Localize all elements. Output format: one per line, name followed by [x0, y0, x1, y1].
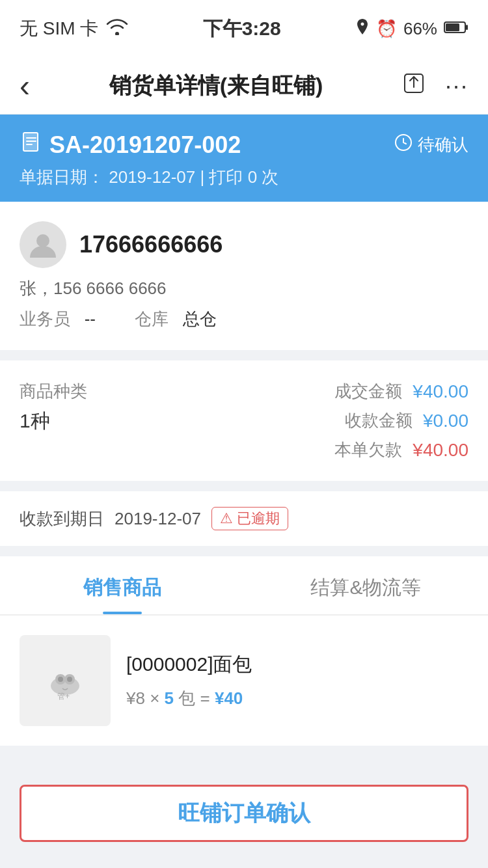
summary-card: 商品种类 1种 成交金额 ¥40.00 收款金额 ¥0.00 本单欠款 ¥40.… [0, 360, 488, 481]
svg-point-6 [36, 234, 49, 247]
page-title: 销货单详情(来自旺铺) [109, 71, 323, 101]
status-left: 无 SIM 卡 [20, 16, 128, 41]
overdue-badge: ⚠ 已逾期 [211, 507, 288, 530]
status-time: 下午3:28 [203, 16, 281, 42]
share-button[interactable] [402, 72, 426, 100]
received-row: 收款金额 ¥0.00 [345, 409, 468, 432]
amounts-section: 成交金额 ¥40.00 收款金额 ¥0.00 本单欠款 ¥40.00 [334, 380, 468, 461]
order-id: SA-20191207-002 [20, 130, 241, 159]
due-date-card: 收款到期日 2019-12-07 ⚠ 已逾期 [0, 491, 488, 546]
customer-meta: 业务员 -- 仓库 总仓 [20, 308, 468, 331]
product-name: [0000002]面包 [126, 651, 468, 678]
order-status: 待确认 [394, 133, 468, 156]
avatar [20, 221, 66, 268]
product-total: ¥40 [215, 688, 243, 708]
battery-text: 66% [403, 19, 437, 39]
due-date-row: 收款到期日 2019-12-07 ⚠ 已逾期 [20, 507, 468, 530]
tabs: 销售商品 结算&物流等 [0, 556, 488, 616]
quantity: 5 [165, 688, 174, 708]
product-type-section: 商品种类 1种 [20, 380, 87, 435]
customer-phone: 17666666666 [79, 231, 223, 258]
alarm-icon: ⏰ [376, 19, 397, 39]
product-image: 管+ [20, 635, 111, 726]
tab-sales[interactable]: 销售商品 [0, 556, 244, 614]
svg-text:管+: 管+ [57, 692, 70, 700]
bottom-area: 旺铺订单确认 [0, 772, 488, 868]
back-button[interactable]: ‹ [20, 68, 30, 103]
product-price: ¥8 × 5 包 = ¥40 [126, 687, 468, 710]
more-button[interactable]: ··· [445, 72, 468, 100]
amount-row: 成交金额 ¥40.00 [334, 380, 468, 403]
owed-value: ¥40.00 [413, 440, 468, 461]
order-header: SA-20191207-002 待确认 单据日期： 2019-12-07 | 打… [0, 115, 488, 202]
owed-row: 本单欠款 ¥40.00 [334, 439, 468, 461]
svg-rect-1 [446, 23, 459, 31]
received-value: ¥0.00 [423, 411, 468, 431]
battery-icon [444, 19, 468, 39]
svg-rect-2 [466, 25, 468, 30]
amount-value: ¥40.00 [413, 381, 468, 402]
svg-point-11 [67, 677, 72, 682]
product-info: [0000002]面包 ¥8 × 5 包 = ¥40 [126, 651, 468, 710]
staff-label: 业务员 -- [20, 308, 96, 331]
order-date: 单据日期： 2019-12-07 | 打印 0 次 [20, 166, 468, 189]
carrier-text: 无 SIM 卡 [20, 16, 98, 41]
svg-point-10 [58, 677, 63, 682]
customer-card: 17666666666 张，156 6666 6666 业务员 -- 仓库 总仓 [0, 202, 488, 350]
confirm-button[interactable]: 旺铺订单确认 [20, 785, 468, 842]
warehouse-label: 仓库 总仓 [135, 308, 217, 331]
customer-name: 张，156 6666 6666 [20, 277, 468, 300]
wifi-icon [106, 18, 128, 40]
status-right: ⏰ 66% [355, 18, 468, 40]
nav-actions: ··· [402, 72, 468, 100]
clock-icon [394, 133, 413, 156]
nav-bar: ‹ 销货单详情(来自旺铺) ··· [0, 57, 488, 115]
tab-settlement[interactable]: 结算&物流等 [244, 556, 488, 614]
product-item: 管+ [0000002]面包 ¥8 × 5 包 = ¥40 [0, 616, 488, 746]
location-icon [355, 18, 370, 40]
status-bar: 无 SIM 卡 下午3:28 ⏰ 66% [0, 0, 488, 57]
warning-icon: ⚠ [220, 510, 233, 527]
doc-icon [20, 130, 43, 159]
